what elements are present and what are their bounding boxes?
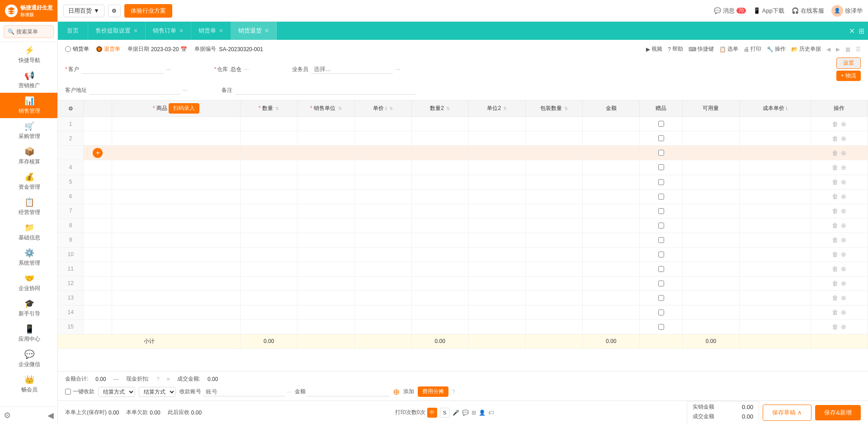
delete-icon[interactable]: 🗑 [832,280,838,287]
row-goods[interactable] [112,262,241,276]
tab-price-extract[interactable]: 售价提取设置 ✕ [88,22,146,40]
delete-icon[interactable]: 🗑 [832,222,838,229]
address-dots-icon[interactable]: ··· [183,87,187,93]
video-btn[interactable]: ▶ 视频 [646,45,662,53]
sidebar-item-finance[interactable]: 💰资金管理 [0,169,57,194]
sidebar-settings-icon[interactable]: ⚙ [4,410,11,420]
gift-checkbox[interactable] [658,252,664,257]
row-goods[interactable] [112,204,241,218]
select-btn[interactable]: 📋 选单 [719,45,738,53]
delete-icon[interactable]: 🗑 [832,236,838,243]
row-goods[interactable] [112,319,241,334]
row-goods[interactable] [112,291,241,305]
sidebar-item-enterprise[interactable]: 🤝企业协同 [0,270,57,295]
shortcut-btn[interactable]: ⌨ 快捷键 [689,45,714,53]
delete-icon[interactable]: 🗑 [832,193,838,200]
tab-close-icon[interactable]: ✕ [133,28,138,34]
staff-dots-icon[interactable]: ··· [396,66,400,72]
sidebar-item-marketing[interactable]: 📢营销推广 [0,67,57,93]
customer-dots-icon[interactable]: ··· [166,66,171,72]
gift-checkbox[interactable] [658,310,664,315]
delete-row-icon[interactable]: 🗑 [832,120,838,128]
sidebar-collapse-icon[interactable]: ◀ [47,410,54,420]
tab-expand-icon[interactable]: ⊞ [859,27,864,35]
person-icon[interactable]: 👤 [479,410,486,416]
settings-btn[interactable]: 设置 [836,57,861,69]
row-pkg-cell[interactable] [525,117,582,131]
delete-row-icon[interactable]: 🗑 [832,149,838,157]
sidebar-item-inventory[interactable]: 📦库存核算 [0,143,57,169]
scan-btn[interactable]: 扫码录入 [169,103,199,114]
delete-icon[interactable]: 🗑 [832,164,838,171]
mic-icon[interactable]: 🎤 [453,410,459,416]
gift-checkbox[interactable] [658,121,664,127]
copy-icon[interactable]: ⊕ [841,309,846,316]
expense-help-icon[interactable]: ? [452,389,455,395]
copy-icon[interactable]: ⊕ [841,323,846,330]
sidebar-item-app-center[interactable]: 📱应用中心 [0,321,57,346]
list-view-icon[interactable]: ☰ [856,46,861,52]
app-download-btn[interactable]: 📱 App下载 [753,7,784,15]
account-input[interactable] [203,387,285,396]
discount-help-icon[interactable]: ? [156,376,160,382]
row-goods[interactable] [112,305,241,319]
sidebar-item-quick-nav[interactable]: ⚡快捷导航 [0,42,57,67]
gift-checkbox[interactable] [658,194,664,200]
online-service-btn[interactable]: 🎧 在线客服 [792,7,824,15]
row-amount-cell[interactable] [583,117,640,131]
sidebar-item-newbie[interactable]: 🎓新手引导 [0,295,57,321]
expense-btn[interactable]: 费用分摊 [418,386,448,397]
tab-home[interactable]: 首页 [58,22,88,40]
add-row-btn[interactable]: + [93,148,103,158]
goods-input[interactable] [114,149,238,156]
sidebar-item-system[interactable]: ⚙️系统管理 [0,245,57,270]
messages-btn[interactable]: 💬 消息 70 [714,7,746,15]
sidebar-item-wechat[interactable]: 💬企业微信 [0,346,57,372]
help-btn[interactable]: ? 帮助 [668,45,683,53]
row-gift-cell[interactable] [640,117,683,131]
sidebar-item-member[interactable]: 👑畅会员 [0,372,57,397]
copy-icon[interactable]: ⊕ [841,207,846,214]
gift-checkbox[interactable] [658,179,664,185]
gift-checkbox[interactable] [658,150,664,156]
calculation-method-select[interactable]: 结算方式 [139,387,176,397]
customer-input[interactable] [82,65,164,74]
gift-checkbox[interactable] [658,164,664,170]
category-dropdown[interactable]: 日用百货 ▼ [63,5,104,17]
gift-checkbox[interactable] [658,237,664,243]
staff-input[interactable] [311,65,393,74]
remark-input[interactable] [235,86,416,95]
delete-icon[interactable]: 🗑 [832,207,838,214]
address-input[interactable] [90,86,180,95]
save-draft-btn[interactable]: 保存草稿 ∧ [763,405,811,421]
copy-row-icon[interactable]: ⊕ [841,120,846,128]
row-goods-cell[interactable] [112,117,241,131]
price-info-icon[interactable]: ℹ [385,106,387,111]
radio-return-input[interactable] [96,46,102,52]
gift-checkbox[interactable] [658,135,664,141]
qty-sort-icon[interactable]: ⇅ [275,106,279,111]
delete-icon[interactable]: 🗑 [832,323,838,330]
amount-input[interactable] [307,387,389,396]
copy-icon[interactable]: ⊕ [841,222,846,229]
unit-sort-icon[interactable]: ⇅ [338,106,342,111]
copy-icon[interactable]: ⊕ [841,251,846,258]
tab-close-icon[interactable]: ✕ [179,28,184,34]
delete-icon[interactable]: 🗑 [832,309,838,316]
grid-icon[interactable]: ⊞ [472,410,476,416]
tag-icon[interactable]: 🏷 [488,410,494,416]
tab-close-icon[interactable]: ✕ [264,28,269,34]
sidebar-item-operations[interactable]: 📋经营管理 [0,194,57,219]
pkg-sort-icon[interactable]: ⇅ [564,106,568,111]
row-goods[interactable] [112,233,241,247]
search-menu-btn[interactable]: 🔍 搜索菜单 [4,25,54,38]
delete-icon[interactable]: 🗑 [832,178,838,186]
prev-record-icon[interactable]: ◀ [826,46,830,52]
warehouse-dots-icon[interactable]: ··· [244,66,249,72]
print-btn[interactable]: 🖨 打印 [744,45,761,53]
row-unit-cell[interactable] [297,117,354,131]
row-goods[interactable] [112,175,241,189]
gift-checkbox[interactable] [658,324,664,330]
history-btn[interactable]: 📂 历史单据 [791,45,821,53]
row-unit2-cell[interactable] [468,117,525,131]
